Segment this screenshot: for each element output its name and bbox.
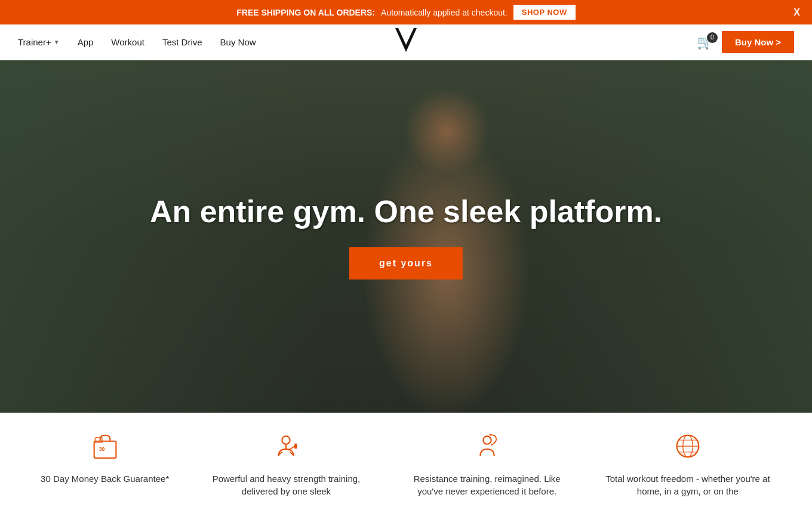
feature-text-guarantee: 30 Day Money Back Guarantee* — [41, 472, 169, 485]
feature-item-resistance: Resistance training, reimagined. Like yo… — [404, 431, 571, 497]
feature-text-strength: Powerful and heavy strength training, de… — [202, 472, 370, 497]
hero-content: An entire gym. One sleek platform. get y… — [150, 193, 662, 279]
nav-left: Trainer+ ▼ App Workout Test Drive Buy No… — [18, 37, 256, 47]
features-strip: 30 30 Day Money Back Guarantee* Powerful… — [0, 413, 812, 509]
navbar: Trainer+ ▼ App Workout Test Drive Buy No… — [0, 24, 812, 60]
svg-point-3 — [282, 436, 290, 444]
feature-item-guarantee: 30 30 Day Money Back Guarantee* — [41, 431, 169, 485]
feature-item-freedom: Total workout freedom - whether you're a… — [604, 431, 771, 497]
nav-trainer[interactable]: Trainer+ ▼ — [18, 37, 60, 47]
shop-now-button[interactable]: SHOP NOW — [513, 5, 576, 20]
chevron-down-icon: ▼ — [54, 39, 60, 45]
nav-buy-now[interactable]: Buy Now — [220, 37, 256, 47]
resistance-icon — [472, 431, 502, 465]
nav-workout[interactable]: Workout — [111, 37, 144, 47]
svg-line-4 — [289, 446, 296, 450]
guarantee-icon: 30 — [90, 431, 120, 465]
banner-close-button[interactable]: X — [793, 7, 800, 18]
svg-rect-0 — [94, 441, 116, 458]
svg-rect-2 — [95, 438, 102, 443]
top-banner: FREE SHIPPING ON ALL ORDERS: Automatical… — [0, 0, 812, 24]
svg-rect-5 — [295, 444, 297, 449]
nav-buy-now-cta[interactable]: Buy Now > — [722, 31, 794, 53]
banner-text-bold: FREE SHIPPING ON ALL ORDERS: — [236, 8, 375, 17]
feature-text-resistance: Resistance training, reimagined. Like yo… — [404, 472, 571, 497]
nav-test-drive[interactable]: Test Drive — [162, 37, 202, 47]
nav-app[interactable]: App — [78, 37, 94, 47]
hero-section: An entire gym. One sleek platform. get y… — [0, 60, 812, 413]
feature-text-freedom: Total workout freedom - whether you're a… — [604, 472, 771, 497]
feature-item-strength: Powerful and heavy strength training, de… — [202, 431, 370, 497]
hero-cta-button[interactable]: get yours — [349, 247, 463, 279]
site-logo[interactable] — [394, 25, 418, 60]
cart-badge: 0 — [707, 32, 718, 43]
svg-point-6 — [483, 436, 491, 444]
banner-text-normal: Automatically applied at checkout. — [381, 8, 508, 17]
svg-text:30: 30 — [99, 446, 105, 452]
nav-right: 🛒 0 Buy Now > — [697, 31, 794, 53]
cart-button[interactable]: 🛒 0 — [697, 35, 713, 50]
hero-headline: An entire gym. One sleek platform. — [150, 193, 662, 229]
strength-icon — [271, 431, 301, 465]
freedom-icon — [673, 431, 703, 465]
